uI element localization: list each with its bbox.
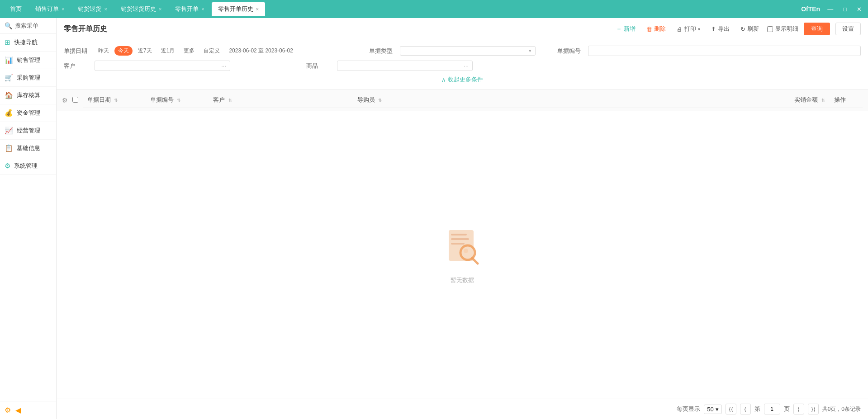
- refresh-icon: ↻: [740, 26, 745, 33]
- operations-mgmt-icon: 📈: [5, 127, 13, 135]
- date-range-display: 2023-06-02 至 2023-06-02: [229, 47, 293, 55]
- display-detail-checkbox[interactable]: 显示明细: [767, 25, 798, 33]
- refresh-button[interactable]: ↻ 刷新: [738, 23, 762, 35]
- tab-retail-open[interactable]: 零售开单 ×: [169, 2, 210, 16]
- page-next-btn[interactable]: ⟩: [793, 404, 804, 414]
- tab-sales-return[interactable]: 销货退货 ×: [71, 2, 113, 16]
- bottom-collapse-icon[interactable]: ◀: [15, 406, 21, 414]
- finance-mgmt-icon: 💰: [5, 109, 13, 117]
- svg-point-6: [464, 249, 468, 253]
- app-name: OfTEn: [801, 5, 820, 13]
- col-date: 单据日期 ⇅: [83, 92, 146, 108]
- date-opt-last1month[interactable]: 近1月: [157, 46, 179, 56]
- minimize-btn[interactable]: —: [825, 6, 836, 13]
- delete-icon: 🗑: [646, 26, 652, 33]
- customer-input[interactable]: [99, 62, 221, 69]
- print-button[interactable]: 🖨 打印 ▾: [674, 23, 703, 35]
- print-label: 打印: [684, 25, 696, 33]
- sidebar-item-base-info[interactable]: 📋 基础信息: [0, 140, 56, 157]
- toolbar: ＋ 新增 🗑 删除 🖨 打印 ▾ ⬆ 导出 ↻ 刷新: [613, 23, 861, 35]
- date-opt-more[interactable]: 更多: [180, 46, 198, 56]
- sidebar-search[interactable]: 🔍 搜索采单: [0, 18, 56, 34]
- settings-button[interactable]: 设置: [835, 23, 861, 35]
- maximize-btn[interactable]: □: [840, 6, 849, 13]
- per-page-select[interactable]: 50 ▾: [704, 405, 721, 414]
- sidebar-item-finance-mgmt-label: 资金管理: [17, 109, 40, 117]
- sidebar-item-sys-mgmt[interactable]: ⚙ 系统管理: [0, 157, 56, 175]
- close-btn[interactable]: ✕: [854, 6, 864, 13]
- page-prev-btn[interactable]: ⟨: [740, 404, 751, 414]
- table-gear-icon[interactable]: ⚙: [62, 97, 68, 104]
- date-opt-last7[interactable]: 近7天: [134, 46, 156, 56]
- date-options: 昨天 今天 近7天 近1月 更多 自定义: [95, 46, 223, 56]
- sidebar-item-purchase-mgmt[interactable]: 🛒 采购管理: [0, 69, 56, 87]
- add-button[interactable]: ＋ 新增: [613, 23, 638, 35]
- tab-retail-open-history-close[interactable]: ×: [256, 6, 259, 12]
- table-checkbox-wrap: [72, 97, 78, 104]
- add-label: 新增: [624, 25, 636, 33]
- tab-retail-open-close[interactable]: ×: [201, 6, 204, 12]
- empty-icon: [440, 226, 485, 271]
- sidebar-item-operations-mgmt[interactable]: 📈 经营管理: [0, 122, 56, 140]
- tab-sales-return-history[interactable]: 销货退货历史 ×: [114, 2, 168, 16]
- date-opt-custom[interactable]: 自定义: [200, 46, 223, 56]
- tab-sales-return-history-label: 销货退货历史: [121, 5, 156, 13]
- collapse-arrow: ∧: [441, 76, 446, 83]
- tab-retail-open-history-label: 零售开单历史: [218, 5, 253, 13]
- goods-dots[interactable]: ···: [464, 62, 469, 69]
- date-label: 单据日期: [64, 47, 91, 55]
- sidebar-item-inventory[interactable]: 🏠 库存核算: [0, 87, 56, 104]
- empty-text: 暂无数据: [451, 276, 474, 284]
- customer-input-wrap: ···: [95, 61, 230, 71]
- table-toolbar: ⚙ 单据日期 ⇅ 单据编号 ⇅: [57, 89, 868, 111]
- sidebar-item-base-info-label: 基础信息: [17, 144, 40, 152]
- sidebar-search-label: 搜索采单: [15, 22, 38, 30]
- tab-sales-return-history-close[interactable]: ×: [159, 6, 161, 12]
- tab-home[interactable]: 首页: [4, 2, 28, 16]
- bottom-settings-icon[interactable]: ⚙: [5, 406, 11, 414]
- print-arrow: ▾: [698, 27, 700, 32]
- doc-no-input[interactable]: [592, 47, 857, 54]
- col-date-sort[interactable]: ⇅: [114, 98, 118, 103]
- sidebar-item-purchase-mgmt-label: 采购管理: [17, 74, 40, 82]
- sidebar-item-sales-mgmt-label: 销售管理: [17, 56, 40, 64]
- sidebar-item-quick-nav[interactable]: ⊞ 快捷导航: [0, 34, 56, 52]
- doc-type-label: 单据类型: [369, 47, 396, 55]
- query-button[interactable]: 查询: [804, 23, 830, 35]
- tab-sales-return-close[interactable]: ×: [104, 6, 107, 12]
- display-detail-input[interactable]: [767, 26, 773, 32]
- sidebar-item-quick-nav-label: 快捷导航: [14, 38, 38, 47]
- collapse-label: 收起更多条件: [448, 75, 483, 84]
- col-salesperson-sort[interactable]: ⇅: [378, 98, 382, 103]
- col-amount-sort[interactable]: ⇅: [821, 98, 825, 103]
- page-number-input[interactable]: 1: [764, 404, 780, 414]
- col-customer-label: 客户: [213, 96, 225, 103]
- display-detail-label: 显示明细: [775, 25, 798, 33]
- date-opt-yesterday[interactable]: 昨天: [95, 46, 113, 56]
- doc-type-select[interactable]: ▾: [400, 46, 536, 56]
- doc-no-label: 单据编号: [557, 47, 584, 55]
- table-header-only: 单据日期 ⇅ 单据编号 ⇅ 客户 ⇅: [83, 92, 863, 108]
- sales-mgmt-icon: 📊: [5, 56, 13, 64]
- col-customer-sort[interactable]: ⇅: [228, 98, 232, 103]
- goods-input[interactable]: [341, 62, 464, 69]
- main-layout: 🔍 搜索采单 ⊞ 快捷导航 📊 销售管理 🛒 采购管理 🏠 库存核算 💰 资金管…: [0, 18, 868, 419]
- customer-dots[interactable]: ···: [221, 62, 226, 69]
- page-last-btn[interactable]: ⟩⟩: [808, 404, 819, 414]
- select-all-checkbox[interactable]: [72, 97, 78, 103]
- per-page-label: 每页显示: [677, 405, 700, 413]
- tab-sales-order-close[interactable]: ×: [62, 6, 64, 12]
- export-label: 导出: [718, 25, 730, 33]
- svg-rect-2: [451, 238, 469, 240]
- col-no-sort[interactable]: ⇅: [177, 98, 180, 103]
- tab-retail-open-history[interactable]: 零售开单历史 ×: [212, 2, 265, 16]
- tab-sales-order[interactable]: 销售订单 ×: [29, 2, 71, 16]
- date-opt-today[interactable]: 今天: [114, 46, 133, 56]
- export-button[interactable]: ⬆ 导出: [708, 23, 732, 35]
- col-action: 操作: [830, 92, 863, 108]
- delete-button[interactable]: 🗑 删除: [644, 23, 669, 35]
- collapse-bar[interactable]: ∧ 收起更多条件: [64, 75, 861, 84]
- sidebar-item-finance-mgmt[interactable]: 💰 资金管理: [0, 104, 56, 122]
- page-first-btn[interactable]: ⟨⟨: [726, 404, 736, 414]
- sidebar-item-sales-mgmt[interactable]: 📊 销售管理: [0, 52, 56, 69]
